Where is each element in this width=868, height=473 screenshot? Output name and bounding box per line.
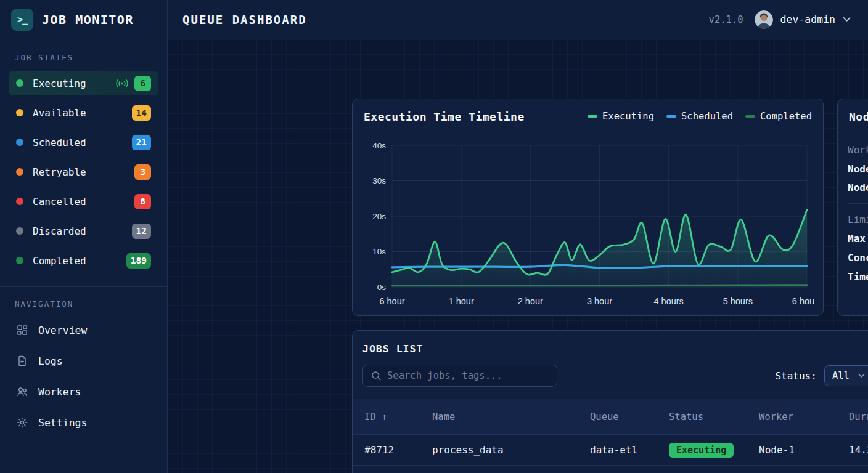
status-filter-select[interactable]: All [824,365,868,386]
svg-text:0s: 0s [377,283,387,292]
legend-swatch [588,115,597,118]
status-badge: Executing [669,443,734,458]
chart-title: Execution Time Timeline [364,110,525,123]
legend-item-executing[interactable]: Executing [588,111,654,122]
nodes-queue-limits-panel: Nodes & Queue Limits Worker Status Node-… [837,99,868,316]
search-input[interactable] [387,370,557,381]
top-bar-main: QUEUE DASHBOARD v2.1.0 dev-admin [168,10,868,29]
state-label: Scheduled [33,137,86,148]
legend-label: Scheduled [681,111,733,122]
job-states-list: Executing6Available14Scheduled21Retryabl… [0,71,167,273]
limit-row: Timeout: 300s [848,271,868,283]
sidebar-item-available[interactable]: Available14 [9,100,158,125]
table-row[interactable]: #8711…send_email...mailer...CompletedNod… [353,465,868,473]
sidebar-divider [0,286,167,287]
chart-area: 0s10s20s30s40s6 hour1 hour2 hour3 hour4 … [353,134,823,318]
sidebar-item-executing[interactable]: Executing6 [9,71,158,95]
sidebar: JOB STATES Executing6Available14Schedule… [0,39,168,473]
nav-label: Settings [38,417,87,429]
count-badge: 6 [134,76,151,91]
chart-panel-header: Execution Time Timeline ExecutingSchedul… [353,99,823,134]
jobs-table: ID ↑NameQueueStatusWorkerDurationStart T… [353,399,868,473]
job-states-section-label: JOB STATES [0,53,167,62]
jobs-table-body: #8712process_datadata-etlExecutingNode-1… [353,434,868,473]
state-dot [16,168,23,176]
sidebar-item-workers[interactable]: Workers [9,379,158,405]
state-label: Discarded [33,225,86,237]
logo-glyph: >_ [17,14,27,25]
jobs-search [362,365,557,387]
svg-text:4 hours: 4 hours [653,296,683,306]
job-name: process_data [420,444,578,456]
state-dot [16,227,23,235]
sidebar-item-discarded[interactable]: Discarded12 [9,219,158,243]
avatar[interactable] [755,10,773,29]
app-brand[interactable]: >_ JOB MONITOR [0,0,168,39]
table-row[interactable]: #8712process_datadata-etlExecutingNode-1… [353,434,868,465]
jobs-table-header: ID ↑NameQueueStatusWorkerDurationStart T… [353,399,868,434]
search-icon [371,370,382,381]
job-id-link[interactable]: #8712 [353,444,420,456]
status-filter-value: All [832,370,850,381]
state-label: Retryable [33,166,86,178]
svg-text:6 hour: 6 hour [379,296,404,306]
job-duration: 14.2s [837,444,868,456]
sidebar-item-completed[interactable]: Completed189 [9,248,158,273]
chevron-down-icon [858,373,865,378]
navigation-section-label: NAVIGATION [0,299,167,309]
nodes-panel-body: Worker Status Node-1: 6/10 jobs 85% cpu … [838,134,868,283]
sidebar-item-logs[interactable]: Logs [9,348,158,374]
nav-label: Workers [38,386,81,398]
version-label: v2.1.0 [709,14,743,25]
sidebar-item-retryable[interactable]: Retryable3 [9,160,158,184]
legend-item-scheduled[interactable]: Scheduled [666,111,733,122]
sidebar-item-cancelled[interactable]: Cancelled8 [9,189,158,214]
svg-text:30s: 30s [372,176,386,185]
column-header-status[interactable]: Status [657,411,747,422]
count-badge: 8 [134,194,151,209]
svg-text:3 hour: 3 hour [587,296,612,306]
sidebar-item-settings[interactable]: Settings [9,410,158,435]
limit-row: Concurrent Jobs: 30 [848,252,868,264]
user-menu-chevron[interactable] [843,17,851,22]
job-queue: data-etl [578,444,657,456]
top-bar: >_ JOB MONITOR QUEUE DASHBOARD v2.1.0 de… [0,0,868,39]
column-header-name[interactable]: Name [420,411,578,422]
node-status-row: Node-2: 4/10 jobs 72% cpu [848,182,868,193]
legend-item-completed[interactable]: Completed [745,111,812,122]
execution-chart: 0s10s20s30s40s6 hour1 hour2 hour3 hour4 … [362,138,814,315]
svg-text:40s: 40s [372,141,386,150]
nav-label: Overview [38,325,87,336]
count-badge: 14 [132,105,151,121]
username[interactable]: dev-admin [780,14,835,25]
state-dot [16,79,23,87]
svg-text:1 hour: 1 hour [449,296,474,306]
state-label: Available [33,107,86,119]
column-header-id[interactable]: ID ↑ [353,411,420,422]
document-icon [16,355,28,367]
count-badge: 21 [132,135,151,150]
jobs-filters: Status: All Queue: Default [775,365,868,386]
worker-status-label: Worker Status [848,144,868,156]
column-header-worker[interactable]: Worker [747,411,837,422]
nodes-panel-title: Nodes & Queue Limits [849,110,868,123]
column-header-duration[interactable]: Duration [837,411,868,422]
legend-label: Executing [602,111,654,122]
svg-text:20s: 20s [372,212,386,221]
app-title: JOB MONITOR [42,12,134,27]
sidebar-item-scheduled[interactable]: Scheduled21 [9,130,158,155]
chevron-down-icon [843,17,851,22]
limit-label: Concurrent Jobs: [848,252,868,264]
count-badge: 12 [132,224,151,239]
column-header-queue[interactable]: Queue [578,411,657,422]
status-filter-label: Status: [775,370,816,382]
sidebar-item-overview[interactable]: Overview [9,317,158,343]
nav-label: Logs [38,355,63,367]
limits-label: Limits [848,214,868,225]
state-label: Cancelled [33,196,86,208]
jobs-list-title: JOBS LIST [362,343,868,355]
state-label: Completed [33,255,86,267]
execution-timeline-panel: Execution Time Timeline ExecutingSchedul… [352,99,824,316]
svg-text:10s: 10s [372,247,386,256]
chart-legend: ExecutingScheduledCompleted [588,111,812,122]
